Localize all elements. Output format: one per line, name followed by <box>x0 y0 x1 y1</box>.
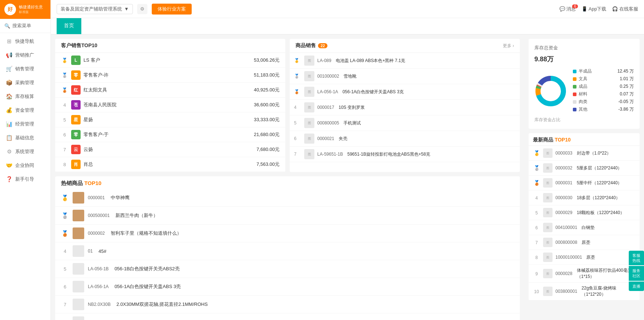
float-live[interactable]: 直播 <box>629 282 644 291</box>
svg-point-7 <box>542 82 560 100</box>
customer-amount: 40,925.00元 <box>254 87 280 93</box>
sidebar-item-basic[interactable]: 📋 基础信息 <box>0 131 50 145</box>
rank-number: 6 <box>61 132 68 138</box>
hot-product-image <box>73 192 84 204</box>
legend-color-dot <box>573 93 576 96</box>
inventory-chart-label: 库存资金占比 <box>534 117 634 123</box>
new-rank-number: 8 <box>533 254 540 260</box>
search-icon: 🔍 <box>4 23 10 29</box>
sidebar-nav: ⊞ 快捷导航 📢 营销推广 🛒 销售管理 📦 采购管理 🏠 库存核算 💰 资金管… <box>0 33 50 320</box>
hot-product-name: 2.0X30MM双搓花轴,搓花直径2.1MM/ROHS <box>117 301 514 308</box>
customer-name: 零售客户-于 <box>83 131 251 138</box>
hot-product-image <box>73 263 84 275</box>
sidebar-item-inventory[interactable]: 🏠 库存核算 <box>0 90 50 103</box>
donut-area: 半成品 12.45 万 文具 1.01 万 成品 0.25 万 材料 0.07 … <box>534 68 634 114</box>
legend-label: 成品 <box>579 83 617 90</box>
product-name: 雪地靴 <box>343 73 515 79</box>
finance-icon: 💰 <box>6 107 12 114</box>
hot-product-item: 🥇 0000001 中华神鹰 <box>55 189 520 207</box>
sidebar-search-section: 🔍 搜索菜单 <box>0 19 50 33</box>
customer-avatar: 肖 <box>71 160 81 169</box>
sidebar-item-guide[interactable]: ❓ 新手引导 <box>0 172 50 186</box>
inventory-legend: 半成品 12.45 万 文具 1.01 万 成品 0.25 万 材料 0.07 … <box>573 68 634 114</box>
trial-button[interactable]: 体验行业方案 <box>152 4 192 15</box>
new-product-code: 000800008 <box>555 240 577 245</box>
new-product-image: 图 <box>543 238 553 247</box>
sidebar-item-label: 销售管理 <box>15 66 34 72</box>
customer-ranking-item: 🥈 零 零售客户-许 51,183.00元 <box>55 68 285 83</box>
new-product-code: 0000033 <box>555 151 572 156</box>
sidebar-item-label: 库存核算 <box>15 93 34 100</box>
sidebar-item-finance[interactable]: 💰 资金管理 <box>0 103 50 117</box>
new-product-name: 5厘多层（1220*2440） <box>577 165 622 171</box>
hot-product-item: 5 LA-056-1B 056-1B白色按键开关壳ABS2壳 <box>55 260 520 278</box>
sidebar-item-marketing[interactable]: 📢 营销推广 <box>0 48 50 62</box>
product-sales-title: 商品销售22 <box>295 42 327 49</box>
customer-amount: 33,333.00元 <box>254 116 280 123</box>
customer-amount: 21,680.00元 <box>254 131 280 138</box>
sidebar-item-label: 资金管理 <box>15 107 34 114</box>
sidebar-item-operation[interactable]: 📊 经营管理 <box>0 117 50 131</box>
legend-value: 0.07 万 <box>620 91 634 97</box>
guide-icon: ❓ <box>6 176 12 182</box>
product-rank-item: 7 图 LA-59651-1B 59651-1B旋转投影灯电池盒ABS黑色+58… <box>290 147 520 162</box>
product-rank-item: 🥇 图 LA-089 电池盖 LA-089 ABS本色+黑种 7.1克 <box>290 53 520 69</box>
product-code: LA-056-1A <box>317 89 338 94</box>
product-code: 000800005 <box>317 120 339 126</box>
float-service: 客服热线 服务社区 直播 <box>629 251 644 291</box>
app-logo: 好 畅捷通好生意 标准版 <box>0 0 50 19</box>
gear-icon: ⚙ <box>140 6 144 12</box>
newest-product-item: 4 图 0000030 18多层（1220*2440） <box>529 190 640 205</box>
customer-ranking-panel: 客户销售TOP10 🥇 L LS 客户 53,006.26元 🥈 零 零售客户-… <box>55 39 285 172</box>
sidebar-item-label: 快捷导航 <box>15 38 34 45</box>
new-rank-number: 4 <box>533 195 540 201</box>
sidebar-item-cooperation[interactable]: 🤝 企业协同 <box>0 159 50 172</box>
sidebar-item-label: 企业协同 <box>15 162 34 169</box>
customer-name: LS 客户 <box>83 57 251 63</box>
legend-item: 成品 0.25 万 <box>573 83 634 90</box>
customer-ranking-item: 6 零 零售客户-于 21,680.00元 <box>55 127 285 142</box>
app-download-link[interactable]: 📱 App下载 <box>582 6 606 12</box>
sidebar-item-system[interactable]: ⚙ 系统管理 <box>0 145 50 159</box>
legend-item: 其他 -3.86 万 <box>573 106 634 112</box>
tab-home[interactable]: 首页 <box>57 18 81 34</box>
chevron-down-icon: ▼ <box>124 6 129 12</box>
product-name: 10S 变刹罗浆 <box>339 104 515 111</box>
messages-badge[interactable]: 💬 消息 6 <box>559 6 576 12</box>
product-image: 图 <box>304 149 314 159</box>
customer-avatar: 苍 <box>71 100 81 110</box>
legend-value: -3.86 万 <box>618 106 634 112</box>
product-sales-more[interactable]: 更多 › <box>503 43 514 49</box>
product-image: 图 <box>304 71 314 81</box>
topbar-right: 💬 消息 6 📱 App下载 🎧 在线客服 <box>559 6 638 12</box>
prod-rank-number: 7 <box>294 152 301 157</box>
float-customer-service[interactable]: 客服热线 <box>629 251 644 266</box>
inventory-amount: 9.88万 <box>534 53 634 64</box>
prod-rank-number: 5 <box>294 120 301 126</box>
newest-product-item: 🥈 图 0000032 5厘多层（1220*2440） <box>529 161 640 176</box>
system-selector[interactable]: 装备及固定资产辅助管理系统 ▼ <box>57 4 133 14</box>
product-rank-item: 5 图 000800005 手机测试 <box>290 115 520 131</box>
sidebar-item-sales[interactable]: 🛒 销售管理 <box>0 62 50 76</box>
customer-avatar: 星 <box>71 115 81 124</box>
legend-value: -0.05 万 <box>618 99 634 105</box>
rank-number: 7 <box>61 147 68 152</box>
settings-button[interactable]: ⚙ <box>137 4 147 14</box>
middle-area: 客户销售TOP10 🥇 L LS 客户 53,006.26元 🥈 零 零售客户-… <box>51 34 524 320</box>
hot-product-name: 中华神鹰 <box>111 194 514 201</box>
online-service-link[interactable]: 🎧 在线客服 <box>612 6 638 12</box>
hot-product-code: 0000001 <box>88 195 105 200</box>
sidebar-item-quick-nav[interactable]: ⊞ 快捷导航 <box>0 34 50 48</box>
float-service-community[interactable]: 服务社区 <box>629 266 644 281</box>
newest-product-item: 6 图 004100001 白钢垫 <box>529 220 640 235</box>
legend-item: 文具 1.01 万 <box>573 76 634 82</box>
customer-ranking-item: 🥉 红 红太阳文具 40,925.00元 <box>55 83 285 98</box>
sidebar-item-purchase[interactable]: 📦 采购管理 <box>0 76 50 90</box>
newest-product-item: 🥉 图 0000031 5厘中纤（1220*2440） <box>529 176 640 190</box>
product-rank-item: 🥉 图 LA-056-1A 056-1A白色按键开关盖ABS 3克 <box>290 84 520 100</box>
legend-color-dot <box>573 77 576 81</box>
prod-rank-number: 4 <box>294 105 301 110</box>
legend-label: 文具 <box>579 76 617 82</box>
hot-product-item: 7 NB2.0X30B 2.0X30MM双搓花轴,搓花直径2.1MM/ROHS <box>55 296 520 313</box>
search-menu-button[interactable]: 🔍 搜索菜单 <box>4 22 46 29</box>
